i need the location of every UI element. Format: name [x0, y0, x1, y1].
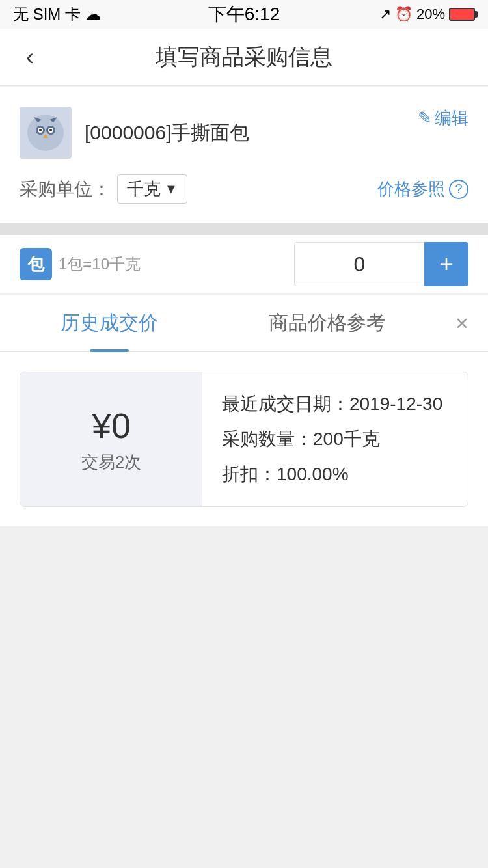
status-left: 无 SIM 卡 ☁	[13, 4, 101, 25]
product-section: [0000006]手撕面包 ✎ 编辑 采购单位： 千克 ▼ 价格参照 ?	[0, 87, 488, 223]
tabs-row: 历史成交价 商品价格参考 ×	[0, 295, 488, 352]
edit-icon: ✎	[418, 108, 432, 128]
card-left: ¥0 交易2次	[20, 372, 202, 506]
unit-conversion: 1包=10千克	[59, 254, 141, 275]
product-name: [0000006]手撕面包	[85, 120, 249, 146]
status-right: ↗ ⏰ 20%	[379, 6, 475, 23]
quantity-input[interactable]	[294, 242, 424, 286]
alarm-icon: ⏰	[395, 6, 413, 23]
recent-date-line: 最近成交日期：2019-12-30	[222, 392, 448, 416]
product-logo-icon	[26, 113, 65, 152]
bottom-panel: 历史成交价 商品价格参考 × ¥0 交易2次 最近成交日期：2019-12-30…	[0, 295, 488, 526]
svg-point-5	[39, 129, 42, 131]
back-button[interactable]: ‹	[20, 37, 40, 77]
discount-value: 100.00%	[277, 464, 349, 484]
price-ref-button[interactable]: 价格参照 ?	[377, 178, 468, 200]
plus-button[interactable]: +	[424, 242, 468, 286]
svg-point-6	[49, 129, 52, 131]
close-button[interactable]: ×	[436, 295, 488, 352]
status-bar: 无 SIM 卡 ☁ 下午6:12 ↗ ⏰ 20%	[0, 0, 488, 29]
card-trades: 交易2次	[81, 451, 141, 474]
quantity-detail-label: 采购数量：	[222, 429, 313, 449]
discount-label: 折扣：	[222, 464, 277, 484]
product-left: [0000006]手撕面包	[20, 107, 249, 159]
product-unit-row: 采购单位： 千克 ▼ 价格参照 ?	[20, 174, 468, 204]
battery-percent: 20%	[416, 6, 445, 23]
card-right: 最近成交日期：2019-12-30 采购数量：200千克 折扣：100.00%	[202, 372, 468, 506]
status-time: 下午6:12	[208, 2, 280, 27]
tab-product-price[interactable]: 商品价格参考	[218, 295, 436, 352]
question-icon: ?	[449, 180, 468, 199]
product-thumbnail	[20, 107, 72, 159]
quantity-detail-value: 200千克	[313, 429, 380, 449]
page-title: 填写商品采购信息	[156, 42, 332, 72]
purchase-quantity-line: 采购数量：200千克	[222, 427, 448, 452]
quantity-input-group: +	[294, 242, 468, 286]
page-header: ‹ 填写商品采购信息	[0, 29, 488, 86]
quantity-row: 包 1包=10千克 +	[0, 235, 488, 293]
tab-history-label: 历史成交价	[61, 310, 158, 336]
price-card: ¥0 交易2次 最近成交日期：2019-12-30 采购数量：200千克 折扣：…	[20, 372, 468, 507]
unit-label: 采购单位：	[20, 177, 111, 202]
battery-icon	[449, 8, 475, 21]
product-header: [0000006]手撕面包 ✎ 编辑	[20, 107, 468, 159]
unit-box: 包	[20, 248, 52, 280]
tab-history-price[interactable]: 历史成交价	[0, 295, 218, 352]
svg-point-0	[27, 115, 64, 151]
edit-label: 编辑	[435, 107, 468, 129]
nav-icon: ↗	[379, 6, 391, 23]
recent-date-label: 最近成交日期：	[222, 394, 349, 414]
recent-date-value: 2019-12-30	[349, 394, 442, 414]
unit-value: 千克	[127, 178, 161, 200]
sim-text: 无 SIM 卡 ☁	[13, 4, 101, 25]
card-container: ¥0 交易2次 最近成交日期：2019-12-30 采购数量：200千克 折扣：…	[0, 352, 488, 526]
discount-line: 折扣：100.00%	[222, 462, 448, 487]
quantity-unit: 包 1包=10千克	[20, 248, 141, 280]
unit-dropdown[interactable]: 千克 ▼	[117, 174, 187, 204]
gray-divider	[0, 223, 488, 235]
dropdown-arrow-icon: ▼	[165, 182, 178, 197]
edit-button[interactable]: ✎ 编辑	[418, 107, 468, 129]
tab-product-label: 商品价格参考	[269, 310, 386, 336]
card-price: ¥0	[92, 405, 131, 446]
price-ref-label: 价格参照	[377, 178, 445, 200]
main-background	[0, 526, 488, 868]
